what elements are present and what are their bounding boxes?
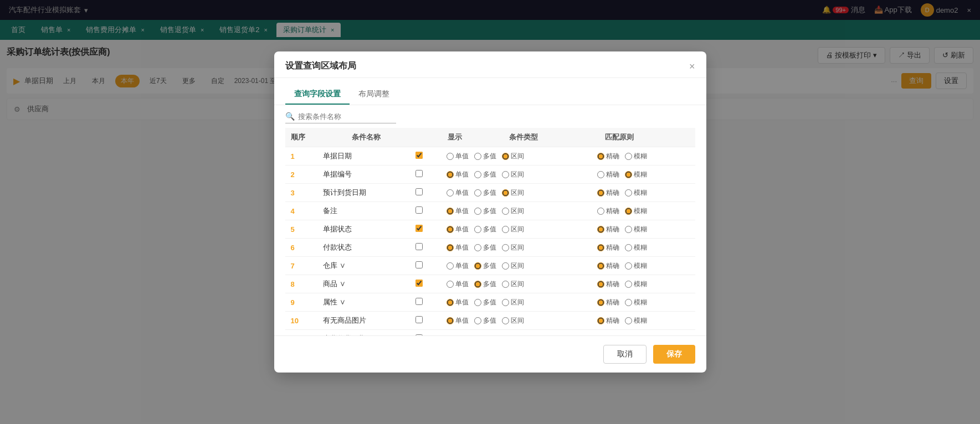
cell-type[interactable]: 单值多值区间 — [441, 239, 592, 257]
th-display: 显示 — [442, 128, 504, 147]
conditions-data-table: 1单据日期单值多值区间精确模糊2单据编号单值多值区间精确模糊3预计到货日期单值多… — [285, 147, 695, 335]
display-checkbox[interactable] — [415, 243, 423, 250]
cell-type[interactable]: 单值多值区间 — [441, 220, 592, 239]
table-row: 11来货收货日期单值多值区间精确模糊 — [285, 330, 695, 336]
modal-close-button[interactable]: × — [689, 61, 695, 71]
cell-order: 5 — [285, 220, 318, 239]
table-row: 4备注单值多值区间精确模糊 — [285, 202, 695, 220]
cell-type[interactable]: 单值多值区间 — [441, 293, 592, 312]
cell-name: 属性 ∨ — [317, 293, 410, 312]
display-checkbox[interactable] — [415, 188, 423, 195]
cell-match[interactable]: 精确模糊 — [592, 330, 695, 336]
th-match-rule: 匹配原则 — [599, 128, 695, 147]
modal-overlay: 设置查询区域布局 × 查询字段设置 布局调整 🔍 顺序 条件名称 显示 — [0, 0, 980, 424]
cell-match[interactable]: 精确模糊 — [592, 202, 695, 220]
cell-display[interactable] — [410, 202, 441, 220]
cell-type[interactable]: 单值多值区间 — [441, 147, 592, 166]
modal-footer: 取消 保存 — [274, 335, 706, 373]
search-input[interactable] — [298, 112, 387, 121]
search-box: 🔍 — [285, 112, 396, 123]
cell-type[interactable]: 单值多值区间 — [441, 166, 592, 184]
cell-name: 单据编号 — [317, 166, 410, 184]
table-row: 2单据编号单值多值区间精确模糊 — [285, 166, 695, 184]
table-head: 顺序 条件名称 显示 条件类型 匹配原则 — [285, 128, 695, 147]
cell-name: 预计到货日期 — [317, 184, 410, 202]
cell-display[interactable] — [410, 166, 441, 184]
cell-display[interactable] — [410, 293, 441, 312]
display-checkbox[interactable] — [415, 170, 423, 177]
cell-order: 3 — [285, 184, 318, 202]
cell-name: 付款状态 — [317, 239, 410, 257]
display-checkbox[interactable] — [415, 261, 423, 268]
th-cond-type: 条件类型 — [504, 128, 599, 147]
cell-display[interactable] — [410, 330, 441, 336]
cell-type[interactable]: 单值多值区间 — [441, 257, 592, 275]
cell-name: 商品 ∨ — [317, 275, 410, 293]
table-row: 8商品 ∨单值多值区间精确模糊 — [285, 275, 695, 293]
cell-display[interactable] — [410, 275, 441, 293]
cell-name: 来货收货日期 — [317, 330, 410, 336]
cell-match[interactable]: 精确模糊 — [592, 147, 695, 166]
cell-order: 2 — [285, 166, 318, 184]
display-checkbox[interactable] — [415, 152, 423, 159]
table-row: 6付款状态单值多值区间精确模糊 — [285, 239, 695, 257]
table-row: 9属性 ∨单值多值区间精确模糊 — [285, 293, 695, 312]
conditions-table: 顺序 条件名称 显示 条件类型 匹配原则 — [285, 128, 695, 147]
cell-match[interactable]: 精确模糊 — [592, 166, 695, 184]
cell-display[interactable] — [410, 257, 441, 275]
cell-type[interactable]: 单值多值区间 — [441, 184, 592, 202]
modal-search-area: 🔍 — [274, 105, 706, 128]
modal-header: 设置查询区域布局 × — [274, 51, 706, 78]
search-icon: 🔍 — [285, 112, 295, 121]
table-row: 3预计到货日期单值多值区间精确模糊 — [285, 184, 695, 202]
table-row: 7仓库 ∨单值多值区间精确模糊 — [285, 257, 695, 275]
table-row: 1单据日期单值多值区间精确模糊 — [285, 147, 695, 166]
th-cond-name: 条件名称 — [346, 128, 442, 147]
cell-match[interactable]: 精确模糊 — [592, 312, 695, 330]
cell-order: 6 — [285, 239, 318, 257]
cell-type[interactable]: 单值多值区间 — [441, 330, 592, 336]
cell-name: 单据日期 — [317, 147, 410, 166]
cell-name: 仓库 ∨ — [317, 257, 410, 275]
cell-type[interactable]: 单值多值区间 — [441, 275, 592, 293]
table-scroll-area: 1单据日期单值多值区间精确模糊2单据编号单值多值区间精确模糊3预计到货日期单值多… — [285, 147, 695, 335]
cell-match[interactable]: 精确模糊 — [592, 239, 695, 257]
cell-order: 10 — [285, 312, 318, 330]
cell-type[interactable]: 单值多值区间 — [441, 202, 592, 220]
cell-match[interactable]: 精确模糊 — [592, 220, 695, 239]
table-body: 1单据日期单值多值区间精确模糊2单据编号单值多值区间精确模糊3预计到货日期单值多… — [285, 147, 695, 335]
cancel-button[interactable]: 取消 — [603, 345, 647, 364]
cell-display[interactable] — [410, 184, 441, 202]
modal-tabs: 查询字段设置 布局调整 — [274, 78, 706, 105]
cell-order: 1 — [285, 147, 318, 166]
cell-type[interactable]: 单值多值区间 — [441, 312, 592, 330]
cell-match[interactable]: 精确模糊 — [592, 275, 695, 293]
th-order: 顺序 — [285, 128, 347, 147]
cell-display[interactable] — [410, 312, 441, 330]
cell-display[interactable] — [410, 147, 441, 166]
cell-display[interactable] — [410, 220, 441, 239]
cell-order: 7 — [285, 257, 318, 275]
table-row: 5单据状态单值多值区间精确模糊 — [285, 220, 695, 239]
cell-display[interactable] — [410, 239, 441, 257]
cell-order: 4 — [285, 202, 318, 220]
modal-tab-layout[interactable]: 布局调整 — [350, 85, 398, 105]
table-row: 10有无商品图片单值多值区间精确模糊 — [285, 312, 695, 330]
display-checkbox[interactable] — [415, 280, 423, 287]
cell-order: 11 — [285, 330, 318, 336]
modal-dialog: 设置查询区域布局 × 查询字段设置 布局调整 🔍 顺序 条件名称 显示 — [274, 51, 706, 373]
modal-table-wrap: 顺序 条件名称 显示 条件类型 匹配原则 1单据日期单值多值区间精确模糊2单据编… — [274, 128, 706, 335]
modal-tab-query-fields[interactable]: 查询字段设置 — [285, 85, 350, 105]
save-button[interactable]: 保存 — [653, 345, 695, 364]
cell-order: 9 — [285, 293, 318, 312]
display-checkbox[interactable] — [415, 316, 423, 323]
display-checkbox[interactable] — [415, 225, 423, 232]
cell-match[interactable]: 精确模糊 — [592, 257, 695, 275]
cell-match[interactable]: 精确模糊 — [592, 184, 695, 202]
cell-match[interactable]: 精确模糊 — [592, 293, 695, 312]
cell-name: 有无商品图片 — [317, 312, 410, 330]
cell-order: 8 — [285, 275, 318, 293]
display-checkbox[interactable] — [415, 298, 423, 305]
display-checkbox[interactable] — [415, 206, 423, 214]
cell-name: 备注 — [317, 202, 410, 220]
